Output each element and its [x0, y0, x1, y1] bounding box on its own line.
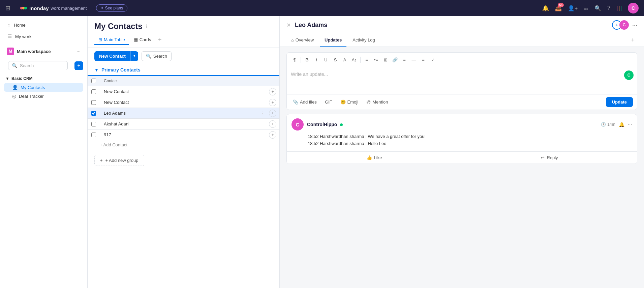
logo-tagline: work management [51, 6, 87, 11]
row-action-917[interactable]: + [266, 131, 279, 139]
tab-cards[interactable]: ▦ Cards [130, 35, 155, 45]
tab-updates[interactable]: Updates [320, 34, 346, 47]
tool-text-color[interactable]: A [340, 55, 349, 64]
tab-overview[interactable]: ⌂ Overview [286, 34, 318, 47]
row-checkbox-leo[interactable] [88, 108, 100, 118]
group-title[interactable]: Primary Contacts [101, 67, 141, 73]
tool-underline[interactable]: U [321, 55, 330, 64]
sidebar-item-mycontacts[interactable]: 👤 My Contacts [4, 83, 83, 92]
tab-main-table[interactable]: ⊞ Main Table [94, 35, 129, 45]
table-row-leo[interactable]: Leo Adams + ⋮ [88, 108, 279, 119]
close-panel-icon[interactable]: ✕ [286, 22, 291, 28]
sidebar-section-header[interactable]: ▼ Basic CRM [4, 76, 83, 82]
like-button[interactable]: 👍 Like [287, 152, 462, 164]
marketplace-icon[interactable]: ⚏ [584, 5, 588, 11]
contact-name-1: New Contact [100, 86, 266, 97]
panel-user-avatar[interactable]: C [619, 20, 629, 30]
tool-divider[interactable]: — [409, 55, 418, 64]
comment-card: C ControlHippo 🕐 14m 🔔 ··· [286, 114, 637, 164]
inbox-icon[interactable]: 📥 55 [555, 5, 562, 11]
workspace-more-icon[interactable]: ··· [76, 49, 81, 54]
add-detail-tab-button[interactable]: + [628, 34, 637, 47]
reply-button[interactable]: ↩ Reply [462, 152, 637, 164]
row-action-akshat[interactable]: + [266, 120, 279, 128]
board-table: ▼ Primary Contacts Contact New Contact [88, 64, 279, 288]
add-tab-button[interactable]: + [156, 36, 164, 44]
add-files-button[interactable]: 📎 Add files [291, 98, 319, 106]
row-checkbox-1[interactable] [88, 87, 100, 97]
comment-more-icon[interactable]: ··· [628, 121, 632, 127]
toolbar-divider-2 [360, 57, 361, 63]
new-contact-dropdown-arrow[interactable]: ▾ [130, 51, 138, 61]
tool-paragraph[interactable]: ¶ [290, 55, 299, 64]
drag-handle-leo[interactable]: ⋮ [260, 111, 265, 116]
sidebar-item-home[interactable]: ⌂ Home [4, 20, 83, 30]
tool-check[interactable]: ✓ [428, 55, 437, 64]
tool-bullet-list[interactable]: •≡ [372, 55, 380, 64]
row-checkbox-2[interactable] [88, 97, 100, 108]
mention-button[interactable]: @ Mention [364, 98, 390, 106]
tool-table[interactable]: ⊞ [381, 55, 390, 64]
add-person-icon-akshat[interactable]: + [269, 120, 276, 128]
help-icon[interactable]: ? [607, 5, 610, 11]
new-contact-button[interactable]: New Contact [94, 51, 130, 61]
group-toggle-icon[interactable]: ▼ [94, 67, 99, 73]
add-person-icon-leo[interactable]: + [269, 110, 276, 117]
tool-quote[interactable]: ≡ [419, 55, 428, 64]
search-button-label: Search [153, 54, 167, 59]
clock-icon: 🕐 [601, 122, 606, 127]
tool-italic[interactable]: I [312, 55, 321, 64]
search-button[interactable]: 🔍 Search [142, 51, 172, 61]
add-person-icon-917[interactable]: + [269, 131, 276, 139]
tool-bold[interactable]: B [303, 55, 311, 64]
invite-people-icon[interactable]: 👤+ [568, 5, 578, 11]
main-table-icon: ⊞ [98, 37, 102, 42]
table-row-917[interactable]: 917 + [88, 129, 279, 140]
sidebar-add-button[interactable]: + [74, 61, 83, 70]
select-all-checkbox[interactable] [91, 79, 96, 83]
new-contact-button-group: New Contact ▾ [94, 51, 138, 61]
tool-ordered-list[interactable]: ≡ [362, 55, 371, 64]
row-action-2[interactable]: + [266, 99, 279, 106]
tool-strikethrough[interactable]: S [331, 55, 340, 64]
update-button[interactable]: Update [606, 97, 633, 107]
search-icon[interactable]: 🔍 [594, 5, 601, 11]
add-person-icon-1[interactable]: + [269, 88, 276, 95]
comment-body: 18:52 Harshwardhan sharma : We have a gr… [287, 133, 637, 151]
online-status-dot [340, 123, 343, 126]
apps-grid-icon[interactable]: ⊞ [5, 4, 10, 12]
mywork-icon: ☰ [7, 33, 12, 39]
table-row-akshat[interactable]: Akshat Adani + [88, 119, 279, 129]
editor-user-avatar: C [624, 70, 634, 80]
add-group-plus-icon: + [100, 158, 103, 163]
sidebar-item-mywork[interactable]: ☰ My work [4, 31, 83, 41]
see-plans-button[interactable]: ✦ See plans [96, 4, 127, 12]
row-checkbox-akshat[interactable] [88, 119, 100, 129]
sidebar-search[interactable]: 🔍 Search [8, 61, 68, 70]
monday-logo-svg [20, 4, 27, 12]
editor-footer: 📎 Add files GIF 😊 Emoji @ Mention [287, 94, 637, 110]
editor-body[interactable]: Write an update... C [287, 67, 637, 94]
tool-align[interactable]: ≡ [400, 55, 409, 64]
add-person-icon-2[interactable]: + [269, 99, 276, 106]
notification-icon[interactable]: 🔔 [542, 5, 549, 11]
gif-button[interactable]: GIF [323, 98, 334, 106]
table-row[interactable]: New Contact + [88, 86, 279, 97]
row-checkbox-917[interactable] [88, 130, 100, 140]
emoji-button[interactable]: 😊 Emoji [338, 98, 361, 106]
sidebar-item-dealtracker[interactable]: ◎ Deal Tracker [4, 92, 83, 100]
tab-activity-log[interactable]: Activity Log [348, 34, 379, 47]
tool-font-size[interactable]: A↕ [350, 55, 359, 64]
board-info-icon[interactable]: ℹ [146, 24, 148, 29]
contact-name-917: 917 [100, 129, 266, 140]
workspace-row[interactable]: M Main workspace ··· [3, 46, 85, 57]
comment-bell-icon[interactable]: 🔔 [619, 122, 624, 127]
row-action-1[interactable]: + [266, 88, 279, 95]
user-avatar[interactable]: C [628, 3, 639, 13]
table-row[interactable]: New Contact + [88, 97, 279, 108]
add-contact-row[interactable]: + Add Contact [88, 140, 279, 149]
tool-link[interactable]: 🔗 [391, 55, 399, 64]
add-new-group-button[interactable]: + + Add new group [94, 155, 144, 166]
panel-more-icon[interactable]: ··· [632, 22, 637, 29]
row-action-leo[interactable]: + [266, 110, 279, 117]
